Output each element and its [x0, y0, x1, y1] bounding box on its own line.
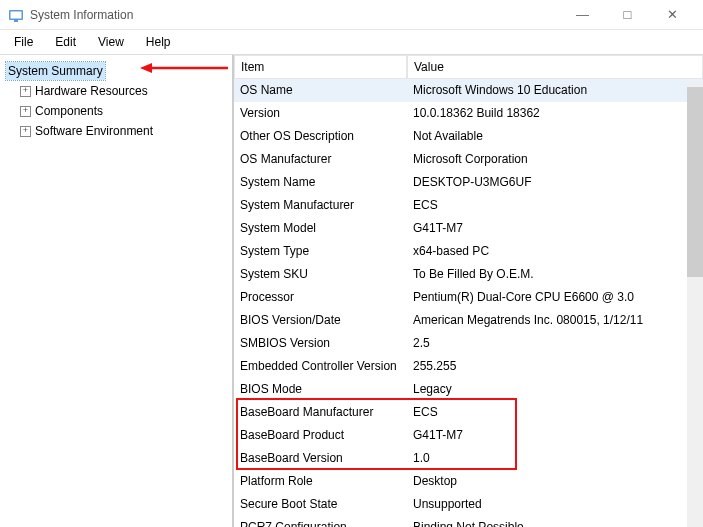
cell-item: BIOS Version/Date [234, 309, 407, 332]
tree-node-hardware-resources[interactable]: Hardware Resources [18, 81, 228, 101]
menu-edit[interactable]: Edit [45, 32, 86, 52]
menu-help[interactable]: Help [136, 32, 181, 52]
table-row[interactable]: BIOS Version/DateAmerican Megatrends Inc… [234, 309, 703, 332]
tree-label: Software Environment [33, 122, 155, 140]
cell-item: BaseBoard Manufacturer [234, 401, 407, 424]
grid-header: Item Value [234, 55, 703, 79]
cell-item: System Manufacturer [234, 194, 407, 217]
cell-value: Unsupported [407, 493, 703, 516]
svg-rect-1 [11, 11, 22, 18]
minimize-button[interactable]: — [560, 1, 605, 29]
cell-value: To Be Filled By O.E.M. [407, 263, 703, 286]
cell-item: System Type [234, 240, 407, 263]
table-row[interactable]: ProcessorPentium(R) Dual-Core CPU E6600 … [234, 286, 703, 309]
table-row[interactable]: System Typex64-based PC [234, 240, 703, 263]
menu-view[interactable]: View [88, 32, 134, 52]
cell-item: Secure Boot State [234, 493, 407, 516]
scrollbar-thumb[interactable] [687, 87, 703, 277]
table-row[interactable]: Other OS DescriptionNot Available [234, 125, 703, 148]
expand-icon[interactable] [20, 126, 31, 137]
table-row[interactable]: System SKUTo Be Filled By O.E.M. [234, 263, 703, 286]
cell-value: G41T-M7 [407, 217, 703, 240]
cell-item: PCR7 Configuration [234, 516, 407, 527]
table-row[interactable]: System NameDESKTOP-U3MG6UF [234, 171, 703, 194]
menubar: File Edit View Help [0, 30, 703, 54]
app-icon [8, 7, 24, 23]
cell-item: Processor [234, 286, 407, 309]
table-row[interactable]: BaseBoard ProductG41T-M7 [234, 424, 703, 447]
window-controls: — □ ✕ [560, 1, 695, 29]
table-row[interactable]: Version10.0.18362 Build 18362 [234, 102, 703, 125]
cell-value: 10.0.18362 Build 18362 [407, 102, 703, 125]
tree-node-software-environment[interactable]: Software Environment [18, 121, 228, 141]
table-row[interactable]: BIOS ModeLegacy [234, 378, 703, 401]
cell-value: Microsoft Corporation [407, 148, 703, 171]
cell-item: OS Manufacturer [234, 148, 407, 171]
cell-value: 1.0 [407, 447, 703, 470]
cell-value: ECS [407, 194, 703, 217]
tree-label: System Summary [6, 62, 105, 80]
tree-node-components[interactable]: Components [18, 101, 228, 121]
content-area: System Summary Hardware Resources Compon… [0, 54, 703, 527]
table-row[interactable]: Secure Boot StateUnsupported [234, 493, 703, 516]
cell-item: Other OS Description [234, 125, 407, 148]
table-row[interactable]: OS ManufacturerMicrosoft Corporation [234, 148, 703, 171]
cell-value: x64-based PC [407, 240, 703, 263]
tree-label: Hardware Resources [33, 82, 150, 100]
details-panel: Item Value OS NameMicrosoft Windows 10 E… [234, 55, 703, 527]
cell-value: ECS [407, 401, 703, 424]
maximize-button[interactable]: □ [605, 1, 650, 29]
grid-body: OS NameMicrosoft Windows 10 Education Ve… [234, 79, 703, 527]
cell-item: Embedded Controller Version [234, 355, 407, 378]
cell-item: OS Name [234, 79, 407, 102]
svg-rect-2 [14, 20, 18, 22]
column-header-value[interactable]: Value [407, 55, 703, 79]
cell-item: BaseBoard Version [234, 447, 407, 470]
category-tree[interactable]: System Summary Hardware Resources Compon… [0, 55, 234, 527]
column-header-item[interactable]: Item [234, 55, 407, 79]
table-row[interactable]: System ManufacturerECS [234, 194, 703, 217]
titlebar: System Information — □ ✕ [0, 0, 703, 30]
cell-value: Pentium(R) Dual-Core CPU E6600 @ 3.0 [407, 286, 703, 309]
cell-value: G41T-M7 [407, 424, 703, 447]
cell-item: BaseBoard Product [234, 424, 407, 447]
cell-item: System Model [234, 217, 407, 240]
menu-file[interactable]: File [4, 32, 43, 52]
cell-item: BIOS Mode [234, 378, 407, 401]
cell-value: DESKTOP-U3MG6UF [407, 171, 703, 194]
table-row[interactable]: OS NameMicrosoft Windows 10 Education [234, 79, 703, 102]
cell-value: 255.255 [407, 355, 703, 378]
table-row[interactable]: Platform RoleDesktop [234, 470, 703, 493]
cell-item: System Name [234, 171, 407, 194]
tree-node-system-summary[interactable]: System Summary [4, 61, 228, 81]
cell-value: Microsoft Windows 10 Education [407, 79, 703, 102]
cell-value: Not Available [407, 125, 703, 148]
table-row[interactable]: System ModelG41T-M7 [234, 217, 703, 240]
tree-label: Components [33, 102, 105, 120]
cell-value: Binding Not Possible [407, 516, 703, 527]
table-row[interactable]: BaseBoard Version1.0 [234, 447, 703, 470]
table-row[interactable]: Embedded Controller Version255.255 [234, 355, 703, 378]
expand-icon[interactable] [20, 86, 31, 97]
close-button[interactable]: ✕ [650, 1, 695, 29]
cell-item: Platform Role [234, 470, 407, 493]
vertical-scrollbar[interactable] [687, 83, 703, 527]
cell-value: Legacy [407, 378, 703, 401]
cell-value: 2.5 [407, 332, 703, 355]
cell-item: System SKU [234, 263, 407, 286]
window-title: System Information [30, 8, 560, 22]
expand-icon[interactable] [20, 106, 31, 117]
cell-item: Version [234, 102, 407, 125]
cell-item: SMBIOS Version [234, 332, 407, 355]
cell-value: American Megatrends Inc. 080015, 1/12/11 [407, 309, 703, 332]
table-row[interactable]: PCR7 ConfigurationBinding Not Possible [234, 516, 703, 527]
cell-value: Desktop [407, 470, 703, 493]
table-row[interactable]: SMBIOS Version2.5 [234, 332, 703, 355]
table-row[interactable]: BaseBoard ManufacturerECS [234, 401, 703, 424]
